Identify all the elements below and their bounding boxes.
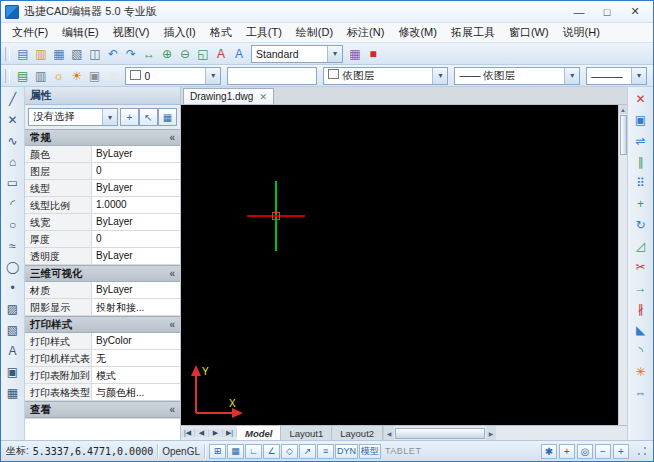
property-section-header[interactable]: 常规 xyxy=(25,129,180,146)
ortho-toggle[interactable]: ∟ xyxy=(245,444,262,459)
extend-icon[interactable]: → xyxy=(631,278,651,298)
move-icon[interactable]: + xyxy=(631,194,651,214)
menu-item[interactable]: 绘制(D) xyxy=(289,23,340,42)
array-icon[interactable]: ⠿ xyxy=(631,173,651,193)
offset-icon[interactable]: ∥ xyxy=(631,152,651,172)
erase-icon[interactable]: ✕ xyxy=(631,89,651,109)
vertical-scroll-thumb[interactable] xyxy=(620,115,627,155)
property-section-header[interactable]: 打印样式 xyxy=(25,316,180,333)
property-value[interactable]: ByLayer xyxy=(92,282,180,298)
line-icon[interactable]: ╱ xyxy=(3,89,23,109)
property-value[interactable]: ByLayer xyxy=(92,146,180,162)
menu-item[interactable]: 视图(V) xyxy=(106,23,157,42)
snap-toggle[interactable]: ⊞ xyxy=(209,444,226,459)
selection-combo[interactable]: 没有选择 xyxy=(28,108,118,126)
rectangle-icon[interactable]: ▭ xyxy=(3,173,23,193)
table-icon[interactable]: ▦ xyxy=(346,45,364,63)
explode-icon[interactable]: ✳ xyxy=(631,362,651,382)
polar-toggle[interactable]: ∠ xyxy=(263,444,280,459)
polygon-icon[interactable]: ⌂ xyxy=(3,152,23,172)
property-value[interactable]: 与颜色相... xyxy=(92,384,180,400)
first-tab-button[interactable]: |◀ xyxy=(181,429,195,437)
menu-item[interactable]: 编辑(E) xyxy=(55,23,106,42)
zoom-extents-icon[interactable]: ◱ xyxy=(194,45,212,63)
new-file-icon[interactable]: ▤ xyxy=(14,45,32,63)
settings-gear-button[interactable]: ✱ xyxy=(541,444,557,459)
dim-style-icon[interactable]: A xyxy=(230,45,248,63)
save-icon[interactable]: ▦ xyxy=(50,45,68,63)
pan-icon[interactable]: ↔ xyxy=(140,45,158,63)
menu-item[interactable]: 格式 xyxy=(203,23,239,42)
osnap-toggle[interactable]: ◇ xyxy=(281,444,298,459)
select-objects-button[interactable]: ↖ xyxy=(139,108,158,126)
fillet-icon[interactable]: ◝ xyxy=(631,341,651,361)
property-value[interactable]: 1.0000 xyxy=(92,197,180,213)
block-icon[interactable]: ▣ xyxy=(3,362,23,382)
menu-item[interactable]: 文件(F) xyxy=(5,23,55,42)
grid-toggle[interactable]: ▦ xyxy=(227,444,244,459)
lineweight-combo[interactable]: ——— xyxy=(586,67,647,85)
menu-item[interactable]: 修改(M) xyxy=(391,23,444,42)
arc-icon[interactable]: ◜ xyxy=(3,194,23,214)
target-button[interactable]: + xyxy=(559,444,575,459)
scroll-right-icon[interactable]: ▶ xyxy=(486,426,496,440)
quick-select-button[interactable]: ▦ xyxy=(158,108,177,126)
property-value[interactable]: 模式 xyxy=(92,367,180,383)
trim-icon[interactable]: ✂ xyxy=(631,257,651,277)
menu-item[interactable]: 工具(T) xyxy=(239,23,289,42)
layer-filter-input[interactable] xyxy=(227,67,316,85)
chamfer-icon[interactable]: ◣ xyxy=(631,320,651,340)
resize-grip[interactable] xyxy=(636,445,648,457)
property-value[interactable]: ByLayer xyxy=(92,180,180,196)
property-value[interactable]: 投射和接... xyxy=(92,299,180,315)
layer-color-icon[interactable]: ■ xyxy=(104,67,122,85)
menu-item[interactable]: 插入(I) xyxy=(156,23,202,42)
lock-icon[interactable]: ▣ xyxy=(86,67,104,85)
property-value[interactable]: ByLayer xyxy=(92,214,180,230)
property-value[interactable]: ByLayer xyxy=(92,248,180,264)
dimension-icon[interactable]: ⇔ xyxy=(631,383,651,403)
zoom-out-icon[interactable]: ⊖ xyxy=(176,45,194,63)
magnifier-button[interactable]: ◎ xyxy=(577,444,593,459)
property-value[interactable]: ByColor xyxy=(92,333,180,349)
maximize-button[interactable]: □ xyxy=(593,3,621,21)
scroll-left-icon[interactable]: ◀ xyxy=(384,426,394,440)
menu-item[interactable]: 拓展工具 xyxy=(444,23,502,42)
table-icon[interactable]: ▦ xyxy=(3,383,23,403)
redo-icon[interactable]: ↷ xyxy=(122,45,140,63)
property-value[interactable]: 无 xyxy=(92,350,180,366)
prev-tab-button[interactable]: ◀ xyxy=(195,429,209,437)
rotate-icon[interactable]: ↻ xyxy=(631,215,651,235)
model-space-toggle[interactable]: 模型 xyxy=(359,444,381,459)
lineweight-toggle[interactable]: ≡ xyxy=(317,444,334,459)
pickadd-toggle-button[interactable]: + xyxy=(120,108,139,126)
gradient-icon[interactable]: ▧ xyxy=(3,320,23,340)
circle-icon[interactable]: ○ xyxy=(3,215,23,235)
menu-item[interactable]: 窗口(W) xyxy=(502,23,556,42)
text-style-combo[interactable]: Standard xyxy=(251,45,343,63)
close-button[interactable]: ✕ xyxy=(621,3,649,21)
minimize-button[interactable]: — xyxy=(565,3,593,21)
property-value[interactable]: 0 xyxy=(92,231,180,247)
spline-icon[interactable]: ≈ xyxy=(3,236,23,256)
next-tab-button[interactable]: ▶ xyxy=(209,429,223,437)
break-icon[interactable]: ∦ xyxy=(631,299,651,319)
color-combo[interactable]: 依图层 xyxy=(323,67,449,85)
copy-icon[interactable]: ▣ xyxy=(631,110,651,130)
menu-item[interactable]: 标注(N) xyxy=(340,23,391,42)
text-style-icon[interactable]: A xyxy=(212,45,230,63)
point-icon[interactable]: • xyxy=(3,278,23,298)
layer-properties-icon[interactable]: ▤ xyxy=(14,67,32,85)
zoom-in-icon[interactable]: ⊕ xyxy=(158,45,176,63)
open-folder-icon[interactable]: ▥ xyxy=(32,45,50,63)
property-value[interactable]: 0 xyxy=(92,163,180,179)
layout-tab[interactable]: Model xyxy=(237,426,281,440)
xline-icon[interactable]: ✕ xyxy=(3,110,23,130)
hatch-icon[interactable]: ▨ xyxy=(3,299,23,319)
layer-states-icon[interactable]: ▥ xyxy=(32,67,50,85)
drawing-canvas[interactable]: Y X xyxy=(181,105,618,425)
horizontal-scroll-thumb[interactable] xyxy=(395,428,485,439)
property-section-header[interactable]: 查看 xyxy=(25,401,180,418)
mirror-icon[interactable]: ⇌ xyxy=(631,131,651,151)
linetype-combo[interactable]: 依图层 xyxy=(454,67,580,85)
